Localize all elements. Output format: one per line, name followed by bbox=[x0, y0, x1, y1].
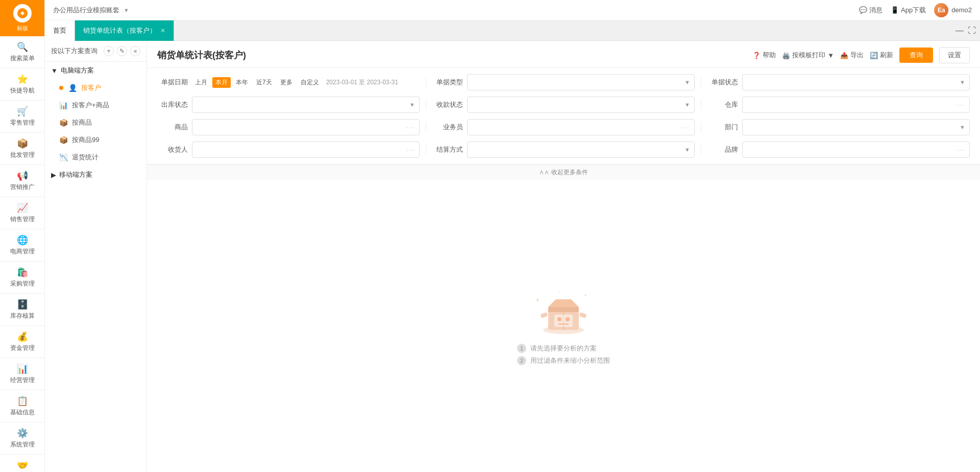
sidebar-item-wholesale[interactable]: 📦 批发管理 bbox=[0, 133, 44, 165]
tab-close-icon[interactable]: ✕ bbox=[160, 27, 165, 34]
hint-item-2: 2 用过滤条件来缩小分析范围 bbox=[517, 356, 610, 365]
settings-button[interactable]: 设置 bbox=[939, 47, 970, 63]
scheme-item-by-goods-99[interactable]: 📦 按商品99 bbox=[45, 131, 146, 149]
receipt-status-control[interactable]: ▼ bbox=[467, 97, 695, 113]
message-button[interactable]: 💬 消息 bbox=[859, 6, 883, 15]
edit-scheme-button[interactable]: ✎ bbox=[117, 46, 127, 56]
sidebar-item-search[interactable]: 🔍 搜索菜单 bbox=[0, 36, 44, 68]
sidebar-item-label: 快捷导航 bbox=[10, 86, 35, 95]
date-tab-this-year[interactable]: 本年 bbox=[233, 77, 251, 88]
box2-icon: 📦 bbox=[59, 136, 68, 144]
export-button[interactable]: 📤 导出 bbox=[840, 51, 864, 60]
sidebar-item-finance[interactable]: 💰 资金管理 bbox=[0, 326, 44, 358]
add-scheme-button[interactable]: + bbox=[104, 46, 114, 56]
user-icon: 👤 bbox=[68, 84, 77, 92]
enterprise-icon: 🤝 bbox=[17, 460, 28, 471]
svg-rect-9 bbox=[540, 312, 548, 318]
filter-area: 单据日期 上月 本月 本年 近7天 更多 自定义 2023-03-01 至 20… bbox=[147, 68, 980, 164]
out-status-control[interactable]: ▼ bbox=[192, 97, 420, 113]
scheme-item-by-goods[interactable]: 📦 按商品 bbox=[45, 114, 146, 131]
filter-field-salesperson: 业务员 ··· bbox=[432, 119, 695, 135]
divider-8 bbox=[701, 145, 701, 155]
doc-status-arrow-icon: ▼ bbox=[960, 79, 965, 85]
sidebar-item-ecommerce[interactable]: 🌐 电商管理 bbox=[0, 229, 44, 262]
query-button[interactable]: 查询 bbox=[899, 48, 933, 63]
goods-control[interactable]: ··· bbox=[192, 119, 420, 135]
print-dropdown-icon[interactable]: ▼ bbox=[827, 52, 834, 59]
sidebar-item-label: 经营管理 bbox=[10, 376, 35, 385]
tab-home[interactable]: 首页 bbox=[45, 20, 75, 41]
salesperson-more-icon: ··· bbox=[681, 123, 690, 131]
sidebar-item-marketing[interactable]: 📢 营销推广 bbox=[0, 165, 44, 197]
scheme-item-label: 按客户+商品 bbox=[72, 101, 109, 110]
ecommerce-icon: 🌐 bbox=[17, 234, 28, 246]
salesperson-control[interactable]: ··· bbox=[467, 119, 695, 135]
user-menu[interactable]: Ea demo2 bbox=[934, 3, 972, 17]
warehouse-control[interactable]: ··· bbox=[742, 97, 970, 113]
consignee-control[interactable]: ··· bbox=[192, 141, 420, 158]
refresh-button[interactable]: 🔄 刷新 bbox=[870, 51, 893, 60]
date-tab-last-7[interactable]: 近7天 bbox=[253, 77, 275, 88]
scheme-item-by-customer[interactable]: 👤 按客户 bbox=[45, 79, 146, 97]
collapse-bar[interactable]: ∧∧ 收起更多条件 bbox=[147, 164, 980, 180]
sidebar-item-retail[interactable]: 🛒 零售管理 bbox=[0, 101, 44, 133]
app-download-button[interactable]: 📱 App下载 bbox=[891, 6, 926, 15]
brand-control[interactable]: ··· bbox=[742, 141, 970, 158]
sidebar-item-label: 采购管理 bbox=[10, 279, 35, 288]
sidebar-item-label: 批发管理 bbox=[10, 151, 35, 159]
filter-field-dept: 部门 ▼ bbox=[707, 119, 970, 135]
sidebar-item-business[interactable]: 📊 经营管理 bbox=[0, 358, 44, 390]
chevron-down-icon: ▼ bbox=[51, 67, 58, 75]
sidebar-item-sales[interactable]: 📈 销售管理 bbox=[0, 197, 44, 229]
tab-maximize-icon[interactable]: ⛶ bbox=[968, 26, 976, 35]
main-area: 办公用品行业模拟账套 ▼ 💬 消息 📱 App下载 Ea demo2 首页 销货… bbox=[45, 0, 980, 472]
dept-control[interactable]: ▼ bbox=[742, 119, 970, 135]
divider-4 bbox=[701, 100, 701, 110]
logo-icon bbox=[13, 4, 32, 22]
scheme-group-mobile-header[interactable]: ▶ 移动端方案 bbox=[45, 166, 146, 183]
date-tab-more[interactable]: 更多 bbox=[277, 77, 296, 88]
filter-row-4: 收货人 ··· 结算方式 ▼ bbox=[157, 141, 970, 158]
sidebar-item-inventory[interactable]: 🗄️ 库存核算 bbox=[0, 294, 44, 326]
filter-field-brand: 品牌 ··· bbox=[707, 141, 970, 158]
settlement-control[interactable]: ▼ bbox=[467, 141, 695, 158]
date-tab-custom[interactable]: 自定义 bbox=[298, 77, 322, 88]
collapse-panel-button[interactable]: « bbox=[130, 46, 140, 56]
date-label: 单据日期 bbox=[157, 78, 188, 87]
title-dropdown-arrow[interactable]: ▼ bbox=[124, 7, 129, 13]
edit-icon: ✎ bbox=[119, 48, 125, 55]
goods-more-icon: ··· bbox=[406, 123, 415, 131]
sidebar-item-system[interactable]: ⚙️ 系统管理 bbox=[0, 422, 44, 455]
doc-type-arrow-icon: ▼ bbox=[684, 79, 690, 85]
svg-point-6 bbox=[557, 317, 561, 321]
print-button[interactable]: 🖨️ 按模板打印 ▼ bbox=[782, 51, 834, 60]
add-icon: + bbox=[107, 48, 110, 55]
svg-rect-3 bbox=[548, 307, 579, 312]
divider-2 bbox=[701, 77, 701, 87]
sidebar-item-purchase[interactable]: 🛍️ 采购管理 bbox=[0, 262, 44, 294]
sidebar-item-quick-nav[interactable]: ⭐ 快捷导航 bbox=[0, 68, 44, 101]
warehouse-more-icon: ··· bbox=[956, 101, 965, 109]
doc-type-control[interactable]: ▼ bbox=[467, 74, 695, 90]
scheme-item-by-customer-goods[interactable]: 📊 按客户+商品 bbox=[45, 97, 146, 114]
tab-minimize-icon[interactable]: — bbox=[955, 26, 964, 35]
active-dot bbox=[59, 86, 63, 90]
dept-label: 部门 bbox=[707, 123, 738, 132]
scheme-group-desktop-header[interactable]: ▼ 电脑端方案 bbox=[45, 62, 146, 79]
help-button[interactable]: ❓ 帮助 bbox=[752, 51, 776, 60]
sidebar-item-basic[interactable]: 📋 基础信息 bbox=[0, 390, 44, 422]
doc-status-control[interactable]: ▼ bbox=[742, 74, 970, 90]
filter-row-3: 商品 ··· 业务员 ··· bbox=[157, 119, 970, 135]
tab-sales-stats[interactable]: 销货单统计表（按客户） ✕ bbox=[75, 20, 174, 41]
hint-text-2: 用过滤条件来缩小分析范围 bbox=[530, 356, 610, 365]
sidebar-item-enterprise[interactable]: 🤝 企业协同 bbox=[0, 455, 44, 472]
doc-type-label: 单据类型 bbox=[432, 78, 463, 87]
header-right: 💬 消息 📱 App下载 Ea demo2 bbox=[859, 3, 972, 17]
scheme-item-return-stats[interactable]: 📉 退货统计 bbox=[45, 149, 146, 166]
date-tab-this-month[interactable]: 本月 bbox=[212, 77, 231, 88]
page-title: 销货单统计表(按客户) bbox=[157, 49, 246, 61]
date-tab-last-month[interactable]: 上月 bbox=[192, 77, 210, 88]
marketing-icon: 📢 bbox=[17, 170, 28, 181]
return-icon: 📉 bbox=[59, 153, 68, 161]
search-icon: 🔍 bbox=[17, 41, 28, 53]
